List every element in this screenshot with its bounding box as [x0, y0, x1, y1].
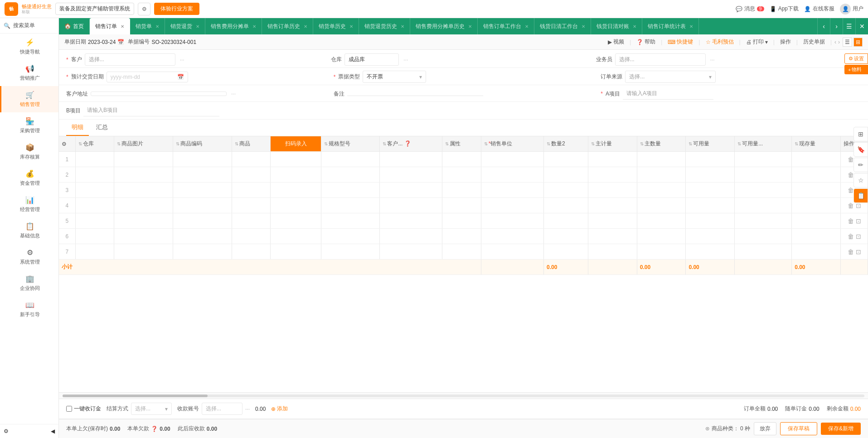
float-btn-4[interactable]: ☆	[853, 173, 868, 188]
a-project-input[interactable]: 请输入A项目	[623, 88, 713, 100]
tab-sales-stats[interactable]: 销售订单统计表 ✕	[642, 18, 699, 34]
tab-close-icon[interactable]: ✕	[121, 24, 124, 29]
tab-sales-goods[interactable]: 销货单 ✕	[130, 18, 165, 34]
tab-goods-history[interactable]: 销货单历史 ✕	[313, 18, 359, 34]
one-click-checkbox[interactable]	[66, 406, 72, 412]
page-prev-icon[interactable]: ‹	[834, 39, 836, 45]
order-source-select[interactable]: 选择... ▾	[625, 71, 716, 83]
tab-close-expense-history-icon[interactable]: ✕	[468, 24, 472, 29]
industry-button[interactable]: 体验行业方案	[154, 3, 199, 15]
tab-next-button[interactable]: ›	[830, 18, 843, 34]
warehouse-input[interactable]: 成品库	[344, 53, 399, 66]
sidebar-item-system[interactable]: ⚙ 系统管理	[0, 244, 58, 270]
tab-cash-workbench[interactable]: 钱货日清工作台 ✕	[534, 18, 591, 34]
list-view-icon[interactable]: ☰	[843, 38, 852, 47]
settings-panel-btn[interactable]: ⚙ 设置	[844, 53, 868, 64]
print-btn[interactable]: 🖨 打印 ▾	[743, 37, 771, 47]
row-delete-icon[interactable]: 🗑	[848, 202, 854, 209]
history-btn[interactable]: 历史单据	[800, 37, 828, 47]
tab-detail[interactable]: 明细	[66, 120, 89, 136]
tab-close-sales-expense-icon[interactable]: ✕	[252, 24, 256, 29]
save-new-button[interactable]: 保存&新增	[821, 423, 861, 435]
calendar-icon[interactable]: 📅	[117, 39, 124, 45]
row-delete-icon[interactable]: 🗑	[848, 217, 854, 225]
sidebar-settings-icon[interactable]: ⚙	[4, 428, 9, 434]
th-barcode[interactable]: 扫码录入	[271, 136, 321, 152]
discard-button[interactable]: 放弃	[754, 422, 776, 435]
app-download-item[interactable]: 📱 App下载	[770, 5, 799, 13]
tab-cash-reconcile[interactable]: 钱货日清对账 ✕	[591, 18, 642, 34]
system-name[interactable]: 装备及固定资产辅助管理系统	[55, 3, 134, 15]
delivery-date-input[interactable]: yyyy-mm-dd 📅	[107, 72, 188, 82]
online-service-item[interactable]: 👤 在线客服	[804, 5, 834, 13]
tab-close-sales-stats-icon[interactable]: ✕	[689, 24, 693, 29]
float-btn-2[interactable]: 🔖	[853, 142, 868, 157]
tab-prev-button[interactable]: ‹	[817, 18, 830, 34]
customer-input[interactable]: 选择...	[85, 53, 175, 66]
tab-close-sales-return-icon[interactable]: ✕	[196, 24, 199, 29]
scrollbar-thumb[interactable]	[63, 395, 208, 397]
row-delete-icon[interactable]: 🗑	[848, 156, 854, 163]
tab-sales-order-history[interactable]: 销售订单历史 ✕	[262, 18, 313, 34]
horizontal-scrollbar[interactable]	[59, 392, 868, 399]
staff-input[interactable]: 选择...	[615, 53, 706, 66]
sidebar-collapse-icon[interactable]: ◀	[51, 428, 55, 434]
save-draft-button[interactable]: 保存草稿	[780, 422, 817, 435]
tab-sales-expense[interactable]: 销售费用分摊单 ✕	[205, 18, 262, 34]
tab-sales-order[interactable]: 销售订单 ✕	[90, 18, 130, 34]
profit-btn[interactable]: ☆ 毛利预估	[703, 37, 737, 47]
invoice-type-select[interactable]: 不开票 ▾	[363, 71, 426, 83]
row-delete-icon[interactable]: 🗑	[848, 171, 854, 178]
tab-return-history[interactable]: 销货退货历史 ✕	[359, 18, 410, 34]
sidebar-item-sales[interactable]: 🛒 销售管理	[0, 86, 58, 112]
sidebar-item-marketing[interactable]: 📢 营销推广	[0, 60, 58, 86]
row-copy-icon[interactable]: ⊡	[856, 248, 861, 255]
tab-close-all-button[interactable]: ✕	[855, 18, 868, 34]
float-btn-3[interactable]: ✏	[853, 158, 868, 172]
help-btn[interactable]: ❓ 帮助	[634, 37, 658, 47]
warehouse-more-icon[interactable]: ···	[403, 57, 408, 63]
add-material-btn[interactable]: + 物料	[844, 65, 868, 74]
row-copy-icon[interactable]: ⊡	[856, 217, 861, 225]
sidebar-item-inventory[interactable]: 📦 库存核算	[0, 139, 58, 165]
tab-home[interactable]: 🏠 首页	[59, 18, 90, 34]
grid-view-icon[interactable]: ⊞	[853, 38, 863, 47]
operation-btn[interactable]: 操作	[777, 37, 794, 47]
row-delete-icon[interactable]: 🗑	[848, 233, 854, 240]
sidebar-item-base-info[interactable]: 📋 基础信息	[0, 217, 58, 244]
customer-more-icon[interactable]: ···	[180, 57, 184, 63]
sidebar-item-enterprise[interactable]: 🏢 企业协同	[0, 270, 58, 296]
tab-close-sales-goods-icon[interactable]: ✕	[155, 24, 159, 29]
sidebar-item-finance[interactable]: 💰 资金管理	[0, 165, 58, 191]
tab-close-cash-reconcile-icon[interactable]: ✕	[633, 24, 636, 29]
customer-address-input[interactable]	[91, 91, 227, 96]
notes-input[interactable]	[347, 92, 483, 96]
tab-close-cash-workbench-icon[interactable]: ✕	[582, 24, 585, 29]
page-next-icon[interactable]: ›	[838, 39, 840, 45]
settlement-select[interactable]: 选择... ▾	[131, 403, 172, 415]
tab-close-order-workbench-icon[interactable]: ✕	[525, 24, 529, 29]
tab-menu-button[interactable]: ☰	[843, 18, 855, 34]
sidebar-search[interactable]: 🔍 搜索菜单	[0, 18, 58, 34]
tab-close-goods-history-icon[interactable]: ✕	[349, 24, 353, 29]
shortcut-btn[interactable]: ⌨ 快捷键	[665, 37, 696, 47]
tab-close-order-history-icon[interactable]: ✕	[304, 24, 307, 29]
tab-sales-return[interactable]: 销货退货 ✕	[165, 18, 205, 34]
tab-close-return-history-icon[interactable]: ✕	[401, 24, 404, 29]
row-copy-icon[interactable]: ⊡	[856, 233, 861, 240]
view-btn[interactable]: ▶ 视频	[605, 37, 627, 47]
b-project-input[interactable]: 请输入B项目	[83, 105, 219, 116]
one-click-payment-checkbox[interactable]: 一键收订金	[66, 405, 101, 413]
settings-button[interactable]: ⚙	[138, 3, 150, 15]
float-btn-5[interactable]: 📋	[853, 188, 868, 203]
sidebar-item-quick-nav[interactable]: ⚡ 快捷导航	[0, 34, 58, 60]
tab-expense-history[interactable]: 销售费用分摊单历史 ✕	[410, 18, 478, 34]
tab-summary[interactable]: 汇总	[91, 120, 113, 136]
sidebar-item-purchase[interactable]: 🏪 采购管理	[0, 112, 58, 139]
float-btn-1[interactable]: ⊞	[853, 127, 868, 141]
row-delete-icon[interactable]: 🗑	[848, 187, 854, 194]
receipt-no-select[interactable]: 选择...	[202, 403, 242, 415]
user-item[interactable]: 👤 用户	[840, 4, 863, 14]
add-payment-btn[interactable]: ⊕ 添加	[271, 405, 288, 413]
address-more-icon[interactable]: ···	[231, 91, 236, 97]
